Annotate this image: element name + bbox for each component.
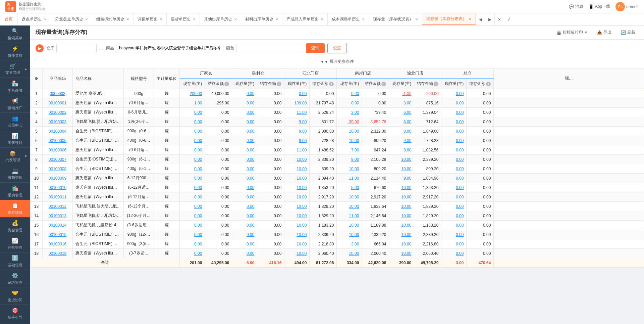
sidebar-item-member[interactable]: 👥 会员中心	[0, 113, 30, 130]
tab-fullscreen-btn[interactable]: ⤢	[504, 13, 513, 25]
tab-prev-btn[interactable]: ◀	[476, 13, 485, 25]
cell-spec: 6-12月900…	[124, 174, 154, 183]
sidebar-item-ecom[interactable]: 💻 电商管理	[0, 165, 30, 183]
cell-yb-amt: 809.20	[414, 164, 441, 174]
expand-btn[interactable]: ▶	[36, 44, 44, 52]
cell-jb-amt: 1,488.52	[310, 145, 337, 155]
sidebar-item-inventory[interactable]: 📋 库存核算	[0, 200, 30, 218]
tab-close-xiancunliang-fen[interactable]: ✕	[469, 17, 471, 21]
na-amt-info[interactable]: i	[381, 82, 386, 86]
tab-close-qita[interactable]: ✕	[234, 17, 237, 21]
cell-na-qty: 10.00	[337, 192, 362, 202]
cell-cj-qty: 0.00	[180, 145, 205, 155]
tab-xiancunliang-kuai[interactable]: 现存量（库存状况表） ✕	[369, 13, 422, 25]
tab-close-chancheng[interactable]: ✕	[321, 17, 323, 21]
sidebar-item-system[interactable]: ⚙️ 系统管理	[0, 270, 30, 287]
user-avatar[interactable]: Ea demo2	[615, 2, 639, 11]
tab-close-diaoba[interactable]: ✕	[160, 17, 162, 21]
tab-chancheng[interactable]: 产成品入库单历史 ✕	[282, 13, 328, 25]
tab-qita[interactable]: 其他出库单历史 ✕	[200, 13, 241, 25]
tab-diaoba[interactable]: 调拨单历史 ✕	[133, 13, 167, 25]
tab-next-btn[interactable]: ▶	[485, 13, 494, 25]
cell-unit: 罐	[154, 183, 180, 192]
cj-amt-info[interactable]: i	[224, 82, 229, 86]
sidebar-item-wholesale[interactable]: 📦 批发管理 ▼	[0, 148, 30, 165]
sidebar-item-ops[interactable]: 📈 经营管理	[0, 235, 30, 252]
cell-index: 15	[31, 221, 43, 230]
color-input[interactable]	[236, 44, 303, 53]
tab-close-yaohuo[interactable]: ✕	[193, 17, 196, 21]
export-btn[interactable]: 📤 导出	[594, 28, 615, 37]
tab-zuzhechaixi[interactable]: 组装拆卸单历史 ✕	[92, 13, 133, 25]
cell-jb-amt: 801.72	[310, 117, 337, 127]
cc-amt-info[interactable]: i	[277, 82, 281, 86]
cell-xc	[494, 221, 644, 230]
ops-icon: 📈	[12, 237, 18, 244]
cell-na-amt: 809.20	[362, 136, 389, 145]
yb-amt-info[interactable]: i	[434, 82, 438, 86]
print-btn[interactable]: 🖨️ 按模板打印 ▼	[553, 28, 591, 37]
cell-zc-qty: 0.00	[441, 117, 467, 127]
sidebar-item-purchase[interactable]: 🛍️ 采购管理	[0, 183, 30, 200]
cell-cc-amt: 0.00	[257, 136, 284, 145]
tab-close-all-btn[interactable]: ✕	[494, 13, 504, 25]
cell-zc-amt: 0.00	[467, 249, 494, 258]
cell-na-qty: 3.00	[337, 108, 362, 117]
total-row: 合计 201.00 40,295.00 -8.00 -416.16 494.00…	[31, 258, 644, 268]
sidebar-item-shop[interactable]: 🏪 零售商城	[0, 78, 30, 95]
sidebar-item-basic[interactable]: ℹ️ 基础信息	[0, 252, 30, 270]
cell-na-amt: 676.60	[362, 183, 389, 192]
tab-pandian[interactable]: 盘点单历史 ✕	[18, 13, 51, 25]
cell-cj-qty: 0.00	[180, 155, 205, 164]
warehouse-input[interactable]	[56, 44, 97, 53]
sidebar-item-guide[interactable]: 🎯 新手引导	[0, 305, 30, 322]
table-row: 8 00100007 合生元(BIOSTIME)派… 900g（6-1… 罐 0…	[31, 155, 644, 164]
sidebar-item-nav[interactable]: ⚡ 快捷导航	[0, 43, 30, 60]
tab-cailiao[interactable]: 材料出库单历史 ✕	[241, 13, 282, 25]
sidebar-item-collab[interactable]: 🤝 企业协同	[0, 287, 30, 305]
cell-name: 合生元（BIOSTIME）…	[73, 127, 124, 136]
warehouse-ellipsis[interactable]: …	[99, 46, 103, 51]
tab-close-pandian[interactable]: ✕	[44, 17, 47, 21]
cell-yb-qty: 10.00	[389, 230, 414, 239]
cell-jb-qty: 10.00	[284, 230, 310, 239]
cell-jb-amt: 2,339.20	[310, 230, 337, 239]
tab-close-xiancunliang-kuai[interactable]: ✕	[415, 17, 418, 21]
cell-cj-qty: 0.00	[180, 183, 205, 192]
cell-na-amt: 2,114.40	[362, 174, 389, 183]
zc-amt-info[interactable]: i	[486, 82, 491, 86]
tab-xiancunliang-fen[interactable]: 现存量（库存分布表） ✕	[422, 13, 476, 25]
col-settings-icon[interactable]: ⚙	[31, 68, 43, 89]
jb-amt-info[interactable]: i	[329, 82, 334, 86]
cell-na-amt: 2,105.28	[362, 155, 389, 164]
tab-close-zuzhechaixi[interactable]: ✕	[126, 17, 129, 21]
cell-zc-qty: 0.00	[441, 230, 467, 239]
table-row: 18 00100018 惠氏启蒙（Wyeth illu… (3-7岁适… 罐 0…	[31, 249, 644, 258]
settings-btn[interactable]: 设置	[327, 43, 347, 53]
goods-input[interactable]	[116, 44, 223, 53]
sidebar-item-stats[interactable]: 📊 零售统计	[0, 130, 30, 148]
sidebar-item-appstore[interactable]: 🔲 应用中心	[0, 322, 30, 324]
tab-yaohuo[interactable]: 要货单历史 ✕	[167, 13, 200, 25]
tab-chengben[interactable]: 成本调整单历史 ✕	[328, 13, 369, 25]
query-btn[interactable]: 查询	[306, 43, 325, 53]
cell-cc-qty: 0.00	[232, 249, 257, 258]
table-row: 7 00100006 惠氏启蒙（Wyeth illu… (0-6月适… 罐 0.…	[31, 145, 644, 155]
sidebar-item-retail[interactable]: 🛒 零售管理 ▲	[0, 60, 30, 78]
tab-close-fenpandian[interactable]: ✕	[85, 17, 88, 21]
refresh-btn[interactable]: 🔄 刷新	[618, 28, 639, 37]
table-container[interactable]: ⚙ 商品编码 商品名称 规格型号 主计量单位	[30, 68, 644, 324]
tab-close-cailiao[interactable]: ✕	[275, 17, 278, 21]
col-zc-qty: 现存量(主)	[441, 79, 467, 89]
tab-close-chengben[interactable]: ✕	[362, 17, 365, 21]
tab-fenpandian[interactable]: 分量盘点单历史 ✕	[51, 13, 92, 25]
sidebar-item-search[interactable]: 🔍 搜索英单	[0, 26, 30, 43]
col-zc-amt: 结存金额i	[467, 79, 494, 89]
sidebar-item-marketing[interactable]: 📢 营销推广	[0, 95, 30, 113]
message-btn[interactable]: 💬 消息	[569, 4, 583, 9]
more-conditions-btn[interactable]: ▼▼ 展开更多条件	[320, 59, 354, 64]
tab-home[interactable]: 首页	[0, 13, 18, 25]
cell-cj-amt: 295.00	[205, 98, 232, 108]
sidebar-item-finance[interactable]: 💰 资金管理	[0, 218, 30, 235]
app-download-btn[interactable]: 📱 App下载	[589, 4, 610, 9]
